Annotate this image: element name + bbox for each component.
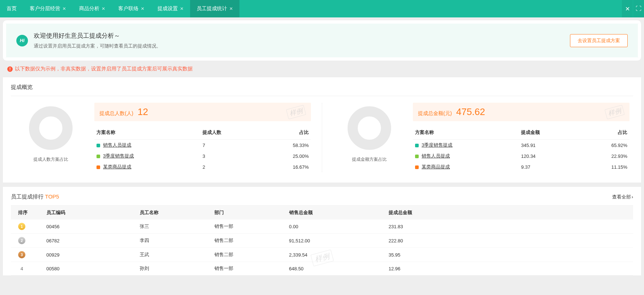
cell: 91,512.00 xyxy=(285,234,384,248)
overview-title: 提成概览 xyxy=(11,84,633,96)
plan-name-link[interactable]: 销售人员提成 xyxy=(103,142,131,148)
plan-name-link[interactable]: 3季度销售提成 xyxy=(422,142,452,148)
legend-dot-icon xyxy=(97,144,100,147)
column-header: 员工编码 xyxy=(42,206,135,220)
plan-name-link[interactable]: 销售人员提成 xyxy=(422,153,450,159)
cell: 2,339.54 xyxy=(285,248,384,262)
cell: 00929 xyxy=(42,248,135,262)
cell: 648.50 xyxy=(285,262,384,275)
tab-3[interactable]: 客户联络✕ xyxy=(112,0,151,17)
legend-dot-icon xyxy=(415,155,419,158)
cell-value: 9.37 xyxy=(519,161,578,172)
expand-icon: ⛶ xyxy=(636,5,641,12)
cell: 孙刘 xyxy=(135,262,210,275)
ranking-row[interactable]: 206782李四销售二部91,512.00222.80 xyxy=(11,234,633,248)
warning-icon: ! xyxy=(7,66,13,72)
overview-amount-section: 提成金额方案占比 提成总金额(元) 475.62 样例 方案名称提成金额占比3季… xyxy=(322,103,633,172)
column-header: 提成金额 xyxy=(519,126,578,140)
tab-4[interactable]: 提成设置✕ xyxy=(151,0,190,17)
legend-dot-icon xyxy=(415,165,419,169)
tab-close-icon[interactable]: ✕ xyxy=(102,6,105,11)
ranking-row[interactable]: 100456张三销售一部0.00231.83 xyxy=(11,220,633,234)
tab-close-icon[interactable]: ✕ xyxy=(62,6,66,11)
medal-icon: 1 xyxy=(18,223,25,230)
amount-donut-chart xyxy=(348,106,391,150)
column-header: 占比 xyxy=(259,126,311,140)
cell-pct: 58.33% xyxy=(259,140,311,151)
overview-panel: 提成概览 提成人数方案占比 提成总人数(人) 12 样例 方案名称提成人数占比销… xyxy=(3,77,641,183)
table-row: 销售人员提成758.33% xyxy=(94,140,311,151)
sample-stamp-icon: 样例 xyxy=(604,105,625,119)
amount-plan-table: 方案名称提成金额占比3季度销售提成345.9165.92%销售人员提成120.3… xyxy=(413,126,629,172)
tab-close-icon[interactable]: ✕ xyxy=(229,6,233,11)
sample-stamp-icon: 样例 xyxy=(286,105,306,119)
cell: 销售一部 xyxy=(210,262,285,275)
cell-pct: 65.92% xyxy=(578,140,629,151)
tab-1[interactable]: 客户分层经营✕ xyxy=(23,0,73,17)
cell: 231.83 xyxy=(384,220,633,234)
column-header: 部门 xyxy=(210,206,285,220)
column-header: 占比 xyxy=(578,126,629,140)
overview-people-section: 提成人数方案占比 提成总人数(人) 12 样例 方案名称提成人数占比销售人员提成… xyxy=(11,103,322,172)
cell: 06782 xyxy=(42,234,135,248)
fullscreen-button[interactable]: ⛶ xyxy=(633,0,644,17)
people-donut-chart xyxy=(29,106,73,150)
ranking-panel: 员工提成排行TOP5 查看全部› 排序员工编码员工名称部门销售总金额提成总金额1… xyxy=(3,187,641,275)
column-header: 提成人数 xyxy=(200,126,259,140)
tab-close-icon[interactable]: ✕ xyxy=(141,6,144,11)
tab-label: 首页 xyxy=(7,5,17,12)
tab-label: 商品分析 xyxy=(79,5,99,12)
plan-name-link[interactable]: 3季度销售提成 xyxy=(103,153,134,159)
view-all-link[interactable]: 查看全部› xyxy=(612,194,633,200)
ranking-title: 员工提成排行TOP5 xyxy=(11,193,59,200)
welcome-subtitle: 通过设置并启用员工提成方案，可随时查看员工的提成情况。 xyxy=(34,43,161,49)
tab-5[interactable]: 员工提成统计✕ xyxy=(190,0,239,17)
setup-commission-button[interactable]: 去设置员工提成方案 xyxy=(570,34,628,47)
close-all-tabs-button[interactable]: ✕ xyxy=(622,0,633,17)
chevron-right-icon: › xyxy=(632,194,633,200)
cell-pct: 11.15% xyxy=(578,161,629,172)
close-icon: ✕ xyxy=(625,5,630,12)
people-total-label: 提成总人数(人) xyxy=(99,110,133,117)
table-row: 销售人员提成120.3422.93% xyxy=(413,151,629,161)
legend-dot-icon xyxy=(415,144,419,147)
column-header: 方案名称 xyxy=(413,126,519,140)
tab-close-icon[interactable]: ✕ xyxy=(180,6,184,11)
tab-label: 客户联络 xyxy=(118,5,139,12)
hi-badge-icon: Hi xyxy=(16,35,28,46)
cell-value: 120.34 xyxy=(519,151,578,161)
plan-name-link[interactable]: 某类商品提成 xyxy=(103,164,131,169)
cell-pct: 22.93% xyxy=(578,151,629,161)
cell: 0.00 xyxy=(285,220,384,234)
cell: 222.80 xyxy=(384,234,633,248)
cell-value: 2 xyxy=(200,161,259,172)
column-header: 销售总金额 xyxy=(285,206,384,220)
top-tab-bar: 首页客户分层经营✕商品分析✕客户联络✕提成设置✕员工提成统计✕ ✕ ⛶ xyxy=(0,0,644,17)
ranking-table: 排序员工编码员工名称部门销售总金额提成总金额100456张三销售一部0.0023… xyxy=(11,206,633,275)
cell: 王武 xyxy=(135,248,210,262)
rank-number: 4 xyxy=(18,266,25,271)
tab-label: 员工提成统计 xyxy=(197,5,227,12)
welcome-title: 欢迎使用好生意员工提成分析～ xyxy=(34,32,161,40)
table-row: 某类商品提成216.67% xyxy=(94,161,311,172)
cell: 12.96 xyxy=(384,262,633,275)
cell: 35.95 xyxy=(384,248,633,262)
table-row: 3季度销售提成345.9165.92% xyxy=(413,140,629,151)
cell: 张三 xyxy=(135,220,210,234)
table-row: 某类商品提成9.3711.15% xyxy=(413,161,629,172)
cell: 销售二部 xyxy=(210,234,285,248)
amount-total-label: 提成总金额(元) xyxy=(418,110,452,117)
tab-label: 客户分层经营 xyxy=(30,5,60,12)
amount-donut-label: 提成金额方案占比 xyxy=(333,156,406,163)
cell: 销售二部 xyxy=(210,248,285,262)
legend-dot-icon xyxy=(97,155,100,158)
tab-label: 提成设置 xyxy=(157,5,178,12)
sample-warning-bar: ! 以下数据仅为示例，非真实数据，设置并启用了员工提成方案后可展示真实数据 xyxy=(3,61,641,77)
tab-0[interactable]: 首页 xyxy=(0,0,23,17)
people-total-value: 12 xyxy=(138,106,148,118)
cell: 00456 xyxy=(42,220,135,234)
tab-2[interactable]: 商品分析✕ xyxy=(73,0,112,17)
plan-name-link[interactable]: 某类商品提成 xyxy=(422,164,450,169)
top5-label: TOP5 xyxy=(45,193,59,200)
warning-text: 以下数据仅为示例，非真实数据，设置并启用了员工提成方案后可展示真实数据 xyxy=(15,66,193,72)
